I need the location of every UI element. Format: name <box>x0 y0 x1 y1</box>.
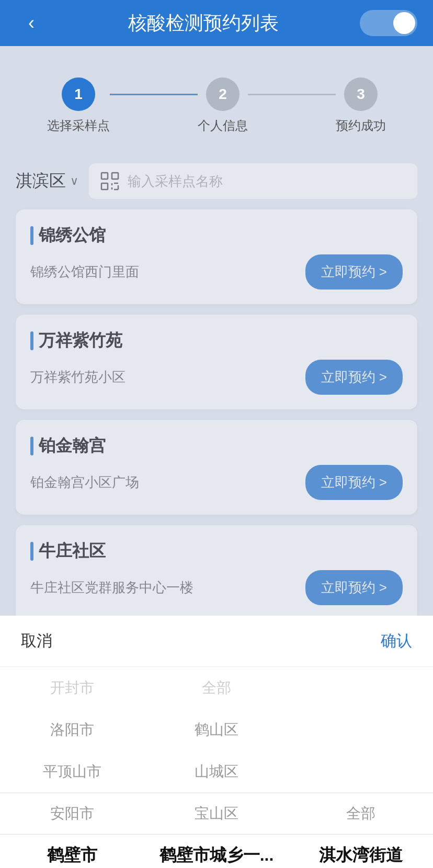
location-card-0: 锦绣公馆 锦绣公馆西门里面 立即预约 > <box>16 209 417 304</box>
picker-confirm-button[interactable]: 确认 <box>381 630 412 652</box>
picker-item[interactable]: 开封市 <box>0 667 144 709</box>
chevron-down-icon: ∨ <box>70 174 78 188</box>
book-button-1[interactable]: 立即预约 > <box>305 360 403 395</box>
location-address-1: 万祥紫竹苑小区 <box>30 368 126 386</box>
location-bottom-2: 铂金翰宫小区广场 立即预约 > <box>30 465 403 500</box>
book-button-0[interactable]: 立即预约 > <box>305 254 403 290</box>
location-name-1: 万祥紫竹苑 <box>30 329 403 352</box>
book-button-3[interactable]: 立即预约 > <box>305 570 403 605</box>
location-card-1: 万祥紫竹苑 万祥紫竹苑小区 立即预约 > <box>16 315 417 409</box>
picker-item[interactable]: 全部 <box>144 667 289 709</box>
search-placeholder: 输入采样点名称 <box>128 172 223 191</box>
picker-cancel-button[interactable]: 取消 <box>21 630 52 652</box>
scan-icon <box>99 171 120 192</box>
picker-item[interactable]: 洛阳市 <box>0 709 144 751</box>
step-1: 1 选择采样点 <box>47 77 110 134</box>
picker-item-selected[interactable]: 鹤壁市 <box>0 834 144 868</box>
picker-item[interactable] <box>289 709 433 751</box>
step-3-label: 预约成功 <box>336 117 386 134</box>
search-box[interactable]: 输入采样点名称 <box>89 163 417 199</box>
location-card-2: 铂金翰宫 铂金翰宫小区广场 立即预约 > <box>16 420 417 515</box>
location-bottom-3: 牛庄社区党群服务中心一楼 立即预约 > <box>30 570 403 605</box>
picker-item[interactable]: 宝山区 <box>144 793 289 834</box>
location-card-3-partial: 牛庄社区 牛庄社区党群服务中心一楼 立即预约 > <box>16 525 417 616</box>
picker-col-2[interactable]: 全部 鹤山区 山城区 宝山区 鹤壁市城乡一... 淇滨区 浚县 淇县 <box>144 667 289 868</box>
picker-item[interactable] <box>289 667 433 709</box>
svg-rect-0 <box>101 173 108 179</box>
picker-item-selected[interactable]: 鹤壁市城乡一... <box>144 834 289 868</box>
district-label: 淇滨区 <box>16 170 66 193</box>
picker-col-1[interactable]: 开封市 洛阳市 平顶山市 安阳市 鹤壁市 新乡市 焦作市 濮阳市 <box>0 667 144 868</box>
book-button-2[interactable]: 立即预约 > <box>305 465 403 500</box>
picker-item[interactable]: 安阳市 <box>0 793 144 834</box>
picker-item-selected[interactable]: 淇水湾街道 <box>289 834 433 868</box>
picker-panel: 取消 确认 开封市 洛阳市 平顶山市 安阳市 鹤壁市 新乡市 焦作市 濮阳市 全… <box>0 616 433 868</box>
location-bottom-1: 万祥紫竹苑小区 立即预约 > <box>30 360 403 395</box>
step-2: 2 个人信息 <box>198 77 248 134</box>
app-header: ‹ 核酸检测预约列表 <box>0 0 433 46</box>
location-bar-icon-3 <box>30 542 33 561</box>
district-selector[interactable]: 淇滨区 ∨ <box>16 170 78 193</box>
step-2-label: 个人信息 <box>198 117 248 134</box>
location-address-0: 锦绣公馆西门里面 <box>30 263 139 281</box>
back-button[interactable]: ‹ <box>16 12 47 34</box>
step-2-circle: 2 <box>206 77 240 111</box>
location-bar-icon-2 <box>30 437 33 455</box>
step-1-label: 选择采样点 <box>47 117 110 134</box>
step-3-circle: 3 <box>344 77 378 111</box>
toggle-switch[interactable] <box>360 10 417 36</box>
picker-item[interactable]: 全部 <box>289 793 433 834</box>
step-1-circle: 1 <box>62 77 95 111</box>
picker-item[interactable]: 鹤山区 <box>144 709 289 751</box>
location-bar-icon <box>30 226 33 245</box>
filter-row: 淇滨区 ∨ 输入采样点名称 <box>16 153 417 209</box>
picker-col-3[interactable]: 全部 淇水湾街道 古城街道 <box>289 667 433 868</box>
location-name-2: 铂金翰宫 <box>30 435 403 458</box>
picker-body: 开封市 洛阳市 平顶山市 安阳市 鹤壁市 新乡市 焦作市 濮阳市 全部 鹤山区 … <box>0 667 433 868</box>
location-bar-icon-1 <box>30 331 33 350</box>
step-line-2 <box>248 94 336 95</box>
location-address-2: 铂金翰宫小区广场 <box>30 473 139 492</box>
steps-bar: 1 选择采样点 2 个人信息 3 预约成功 <box>16 67 417 144</box>
page-title: 核酸检测预约列表 <box>47 10 360 36</box>
location-bottom-0: 锦绣公馆西门里面 立即预约 > <box>30 254 403 290</box>
svg-rect-2 <box>101 183 108 190</box>
step-3: 3 预约成功 <box>336 77 386 134</box>
svg-rect-1 <box>112 173 118 179</box>
main-content: 1 选择采样点 2 个人信息 3 预约成功 淇滨区 ∨ <box>0 46 433 616</box>
picker-item[interactable]: 平顶山市 <box>0 751 144 793</box>
location-name-3: 牛庄社区 <box>30 540 403 563</box>
toggle-dot <box>393 12 415 34</box>
location-name-0: 锦绣公馆 <box>30 224 403 247</box>
picker-item[interactable]: 山城区 <box>144 751 289 793</box>
location-address-3: 牛庄社区党群服务中心一楼 <box>30 578 193 597</box>
picker-header: 取消 确认 <box>0 616 433 667</box>
picker-item[interactable] <box>289 751 433 793</box>
step-line-1 <box>110 94 198 95</box>
